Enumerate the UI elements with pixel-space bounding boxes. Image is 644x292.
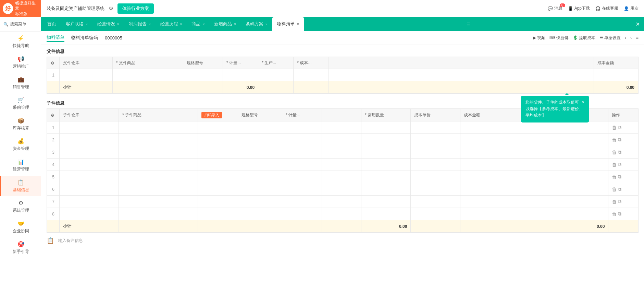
tool-single-settings[interactable]: ☰ 单据设置 bbox=[599, 35, 621, 41]
app-download-action[interactable]: 📱 App下载 bbox=[568, 5, 590, 11]
child-row-1-spec[interactable] bbox=[238, 121, 282, 134]
tab-close-products[interactable]: × bbox=[202, 22, 205, 26]
child-row-8-qty[interactable] bbox=[361, 208, 411, 220]
child-row-3-unit[interactable] bbox=[282, 146, 322, 159]
delete-row-8[interactable]: 🗑 bbox=[612, 211, 617, 217]
child-row-8-unit-cost[interactable] bbox=[411, 208, 460, 220]
experience-button[interactable]: 体验行业方案 bbox=[117, 3, 154, 14]
parent-unit-cell[interactable] bbox=[223, 69, 258, 81]
copy-row-3[interactable]: ⧉ bbox=[618, 149, 621, 155]
child-row-8-spec[interactable] bbox=[238, 208, 282, 220]
child-row-7-spec[interactable] bbox=[238, 196, 282, 208]
message-action[interactable]: 💬 消息 6 bbox=[548, 5, 562, 11]
sidebar-item-ops[interactable]: 📊 经营管理 bbox=[0, 155, 41, 176]
child-row-6-unit[interactable] bbox=[282, 183, 322, 196]
child-row-1-product[interactable] bbox=[119, 121, 198, 134]
child-row-7-qty[interactable] bbox=[361, 196, 411, 208]
search-menu-button[interactable]: 🔍 搜索菜单 bbox=[3, 20, 37, 28]
copy-row-4[interactable]: ⧉ bbox=[618, 162, 621, 167]
child-row-8-warehouse[interactable] bbox=[60, 208, 119, 220]
child-row-2-unit[interactable] bbox=[282, 134, 322, 146]
nav-prev[interactable]: ‹ bbox=[625, 35, 626, 40]
sidebar-item-finance[interactable]: 💰 资金管理 bbox=[0, 135, 41, 155]
tab-ops-history[interactable]: 经营历程 × bbox=[156, 17, 187, 31]
child-row-2-product[interactable] bbox=[119, 134, 198, 146]
tab-barcode[interactable]: 条码方案 × bbox=[241, 17, 272, 31]
child-row-2-qty[interactable] bbox=[361, 134, 411, 146]
child-row-1-unit-cost[interactable] bbox=[411, 121, 460, 134]
delete-row-5[interactable]: 🗑 bbox=[612, 174, 617, 180]
tab-close-bom[interactable]: × bbox=[297, 22, 299, 26]
child-row-1-unit[interactable] bbox=[282, 121, 322, 134]
copy-row-5[interactable]: ⧉ bbox=[618, 174, 621, 180]
child-row-5-unit-cost[interactable] bbox=[411, 171, 460, 183]
child-row-1-qty[interactable] bbox=[361, 121, 411, 134]
child-row-6-spec[interactable] bbox=[238, 183, 282, 196]
copy-row-1[interactable]: ⧉ bbox=[618, 125, 621, 130]
tool-extract-cost[interactable]: 💲 提取成本 bbox=[573, 35, 595, 41]
child-row-6-warehouse[interactable] bbox=[60, 183, 119, 196]
child-row-7-warehouse[interactable] bbox=[60, 196, 119, 208]
gear-button[interactable]: ⚙ bbox=[109, 5, 113, 12]
delete-row-4[interactable]: 🗑 bbox=[612, 162, 617, 167]
sidebar-item-system[interactable]: ⚙ 系统管理 bbox=[0, 196, 41, 217]
tab-close-ops-status[interactable]: × bbox=[117, 22, 119, 26]
copy-row-7[interactable]: ⧉ bbox=[618, 199, 621, 205]
child-row-5-qty[interactable] bbox=[361, 171, 411, 183]
child-row-7-product[interactable] bbox=[119, 196, 198, 208]
tool-view[interactable]: ▶ 视频 bbox=[533, 35, 545, 41]
child-row-3-warehouse[interactable] bbox=[60, 146, 119, 159]
tab-ops-status[interactable]: 经营情况 × bbox=[92, 17, 124, 31]
child-row-3-qty[interactable] bbox=[361, 146, 411, 159]
tab-close-customer[interactable]: × bbox=[86, 22, 88, 26]
child-row-6-qty[interactable] bbox=[361, 183, 411, 196]
tab-home[interactable]: 首页 bbox=[42, 17, 61, 31]
child-row-4-warehouse[interactable] bbox=[60, 159, 119, 171]
parent-warehouse-cell[interactable] bbox=[60, 69, 113, 81]
online-service-action[interactable]: 🎧 在线客服 bbox=[595, 5, 618, 11]
copy-row-6[interactable]: ⧉ bbox=[618, 186, 621, 192]
child-row-4-unit[interactable] bbox=[282, 159, 322, 171]
child-row-3-product[interactable] bbox=[119, 146, 198, 159]
delete-row-2[interactable]: 🗑 bbox=[612, 137, 617, 143]
tab-close-new-product[interactable]: × bbox=[234, 22, 236, 26]
child-row-6-product[interactable] bbox=[119, 183, 198, 196]
parent-spec-cell[interactable] bbox=[183, 69, 223, 81]
sidebar-item-inventory[interactable]: 📦 库存核算 bbox=[0, 114, 41, 135]
child-row-7-unit[interactable] bbox=[282, 196, 322, 208]
delete-row-6[interactable]: 🗑 bbox=[612, 187, 617, 192]
child-row-4-product[interactable] bbox=[119, 159, 198, 171]
copy-row-8[interactable]: ⧉ bbox=[618, 211, 621, 217]
tab-close-ops-history[interactable]: × bbox=[180, 22, 182, 26]
child-row-4-unit-cost[interactable] bbox=[411, 159, 460, 171]
sidebar-item-guide[interactable]: 🎯 新手引导 bbox=[0, 237, 41, 258]
child-row-5-product[interactable] bbox=[119, 171, 198, 183]
child-row-3-unit-cost[interactable] bbox=[411, 146, 460, 159]
parent-cost-cell[interactable] bbox=[294, 69, 329, 81]
sidebar-item-purchase[interactable]: 🛒 采购管理 bbox=[0, 93, 41, 114]
child-row-2-spec[interactable] bbox=[238, 134, 282, 146]
tab-close-profit[interactable]: × bbox=[149, 22, 151, 26]
delete-row-3[interactable]: 🗑 bbox=[612, 150, 617, 155]
sidebar-item-basic[interactable]: 📋 基础信息 bbox=[0, 176, 41, 196]
tab-close-barcode[interactable]: × bbox=[265, 22, 268, 26]
sidebar-item-quick-nav[interactable]: ⚡ 快捷导航 bbox=[0, 32, 41, 52]
child-row-2-warehouse[interactable] bbox=[60, 134, 119, 146]
child-row-8-unit[interactable] bbox=[282, 208, 322, 220]
tool-shortcut[interactable]: ⌨ 快捷键 bbox=[549, 35, 569, 41]
subnav-list[interactable]: 物料清单 bbox=[47, 34, 64, 42]
child-row-6-unit-cost[interactable] bbox=[411, 183, 460, 196]
child-row-4-qty[interactable] bbox=[361, 159, 411, 171]
delete-row-1[interactable]: 🗑 bbox=[612, 125, 617, 130]
nav-list[interactable]: ≡ bbox=[636, 35, 639, 40]
child-row-5-unit[interactable] bbox=[282, 171, 322, 183]
scan-input-button[interactable]: 扫码录入 bbox=[201, 112, 222, 118]
tab-customer[interactable]: 客户联络 × bbox=[61, 17, 92, 31]
child-row-2-unit-cost[interactable] bbox=[411, 134, 460, 146]
tab-more[interactable]: ≡ bbox=[464, 21, 472, 27]
nav-next[interactable]: › bbox=[630, 35, 632, 40]
child-row-7-unit-cost[interactable] bbox=[411, 196, 460, 208]
child-row-4-spec[interactable] bbox=[238, 159, 282, 171]
tab-profit[interactable]: 利润报告 × bbox=[124, 17, 156, 31]
parent-product-cell[interactable] bbox=[112, 69, 183, 81]
